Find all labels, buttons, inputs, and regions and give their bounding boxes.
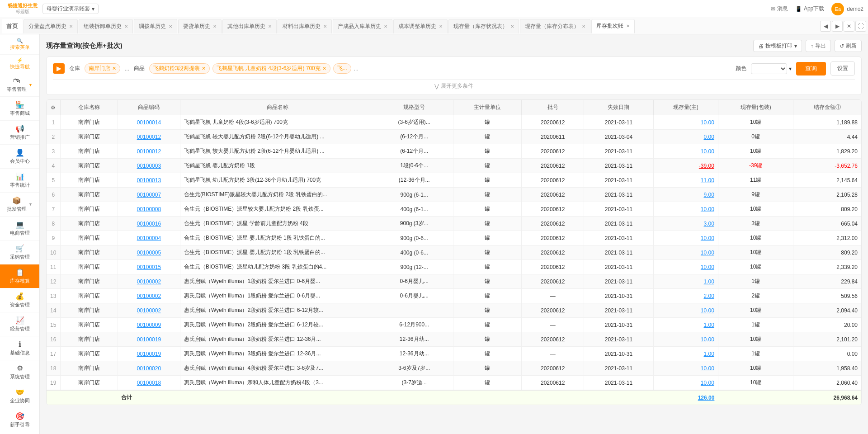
- col-settings[interactable]: ⚙: [47, 100, 60, 115]
- tab-close-icon[interactable]: ✕: [384, 24, 387, 29]
- tab-chanpin-ruku[interactable]: 产成品入库单历史 ✕: [333, 19, 392, 33]
- sidebar-item-marketing[interactable]: 📢 营销推广: [0, 121, 39, 145]
- tab-next-btn[interactable]: ▶: [832, 21, 843, 32]
- row-code[interactable]: 00100007: [118, 188, 180, 202]
- sidebar-item-search[interactable]: 🔍 搜索英单: [0, 34, 39, 55]
- row-code[interactable]: 00100003: [118, 159, 180, 173]
- app-download-btn[interactable]: 📱 App下载: [795, 5, 824, 13]
- tab-chengben[interactable]: 成本调整单历史 ✕: [393, 19, 448, 33]
- tab-close-icon[interactable]: ✕: [268, 24, 272, 29]
- sidebar-item-purchase[interactable]: 🛒 采购管理: [0, 241, 39, 264]
- row-qty-main[interactable]: 9.00: [653, 188, 718, 202]
- tab-kucun-state[interactable]: 现存量（库存状况表） ✕: [448, 19, 519, 33]
- tab-prev-btn[interactable]: ◀: [820, 21, 831, 32]
- row-code[interactable]: 00100019: [118, 332, 180, 347]
- tab-tiao-bo[interactable]: 调拨单历史 ✕: [134, 19, 177, 33]
- row-qty-main[interactable]: 10.00: [653, 332, 718, 347]
- row-code[interactable]: 00100004: [118, 231, 180, 245]
- warehouse-more-icon[interactable]: ...: [125, 66, 129, 72]
- row-qty-main[interactable]: 10.00: [653, 245, 718, 260]
- row-code[interactable]: 00100002: [118, 303, 180, 318]
- sidebar-item-inventory[interactable]: 📋 库存核算: [0, 264, 39, 288]
- tab-cailiao-chuku[interactable]: 材料出库单历史 ✕: [278, 19, 332, 33]
- row-code[interactable]: 00100020: [118, 361, 180, 376]
- row-code[interactable]: 00100012: [118, 144, 180, 159]
- tab-kucun-pici[interactable]: 库存批次账 ✕: [591, 19, 635, 33]
- tab-fen-pan[interactable]: 分量盘点单历史 ✕: [24, 19, 78, 33]
- tab-close-all-btn[interactable]: ✕: [844, 21, 854, 32]
- row-qty-main[interactable]: 11.00: [653, 173, 718, 188]
- sidebar-item-operation[interactable]: 📈 经营管理: [0, 312, 39, 336]
- row-code[interactable]: 00100016: [118, 217, 180, 231]
- sidebar-item-wholesale[interactable]: 📦 批发管理 ▼: [0, 193, 39, 217]
- tab-yao-huo[interactable]: 要货单历史 ✕: [178, 19, 222, 33]
- product-tag-2-close-icon[interactable]: ✕: [322, 66, 326, 71]
- breadcrumb-select[interactable]: 母婴行业演示账套 ▾: [42, 4, 99, 14]
- user-area[interactable]: Ea demo2: [831, 3, 863, 15]
- filter-toggle-button[interactable]: ▶: [53, 63, 65, 74]
- row-qty-main[interactable]: 10.00: [653, 144, 718, 159]
- tab-fullscreen-btn[interactable]: ⛶: [855, 21, 866, 32]
- row-qty-main[interactable]: -39.00: [653, 159, 718, 173]
- row-code[interactable]: 00100014: [118, 115, 180, 130]
- row-qty-main[interactable]: 1.00: [653, 274, 718, 289]
- row-qty-main[interactable]: 10.00: [653, 115, 718, 130]
- sidebar-item-guide[interactable]: 🎯 新手引导: [0, 408, 39, 432]
- tab-close-icon[interactable]: ✕: [582, 24, 585, 29]
- tab-close-icon[interactable]: ✕: [323, 24, 327, 29]
- tab-home[interactable]: 首页: [2, 19, 23, 33]
- tab-zu-chai[interactable]: 组装拆卸单历史 ✕: [79, 19, 133, 33]
- row-qty-main[interactable]: 1.00: [653, 347, 718, 361]
- row-code[interactable]: 00100019: [118, 347, 180, 361]
- row-qty-main[interactable]: 10.00: [653, 303, 718, 318]
- sidebar-item-finance[interactable]: 💰 资金管理: [0, 288, 39, 312]
- tab-close-icon[interactable]: ✕: [69, 24, 73, 29]
- tab-qita-chuku[interactable]: 其他出库单历史 ✕: [222, 19, 277, 33]
- tab-close-icon[interactable]: ✕: [213, 24, 217, 29]
- tab-close-icon[interactable]: ✕: [169, 24, 172, 29]
- tab-kucun-dist[interactable]: 现存量（库存分布表） ✕: [520, 19, 590, 33]
- sidebar-item-retail-stats[interactable]: 📊 零售统计: [0, 169, 39, 193]
- filter-more-btn[interactable]: ⋁ 展开更多条件: [53, 79, 855, 90]
- sidebar-item-apps[interactable]: 📱 应用中心: [0, 432, 39, 434]
- print-button[interactable]: 🖨 按模板打印 ▾: [753, 40, 802, 52]
- row-qty-main[interactable]: 2.00: [653, 289, 718, 303]
- product-tag-1-close-icon[interactable]: ✕: [202, 66, 206, 71]
- tab-close-icon[interactable]: ✕: [439, 24, 443, 29]
- setting-button[interactable]: 设置: [830, 61, 855, 75]
- refresh-button[interactable]: ↺ 刷新: [835, 40, 862, 52]
- sidebar-item-company[interactable]: 🤝 企业协同: [0, 384, 39, 408]
- row-qty-main[interactable]: 10.00: [653, 202, 718, 217]
- product-more-icon[interactable]: ...: [354, 66, 359, 72]
- row-qty-main[interactable]: 10.00: [653, 231, 718, 245]
- sidebar-item-retail-mall[interactable]: 🏪 零售商城: [0, 97, 39, 121]
- sidebar-item-member[interactable]: 👤 会员中心: [0, 145, 39, 169]
- message-btn[interactable]: ✉ 消息: [771, 5, 788, 13]
- query-button[interactable]: 查询: [796, 62, 826, 75]
- sidebar-item-system[interactable]: ⚙ 系统管理: [0, 360, 39, 384]
- row-qty-main[interactable]: 10.00: [653, 376, 718, 391]
- row-code[interactable]: 00100015: [118, 260, 180, 274]
- warehouse-tag-close-icon[interactable]: ✕: [112, 66, 116, 71]
- row-qty-main[interactable]: 0.00: [653, 130, 718, 144]
- row-qty-main[interactable]: 1.00: [653, 318, 718, 332]
- sidebar-item-retail-mgmt[interactable]: 🛍 零售管理 ▼: [0, 73, 39, 97]
- tab-close-icon[interactable]: ✕: [124, 24, 128, 29]
- row-code[interactable]: 00100013: [118, 173, 180, 188]
- row-code[interactable]: 00100002: [118, 289, 180, 303]
- sidebar-item-basic[interactable]: ℹ 基础信息: [0, 336, 39, 360]
- row-code[interactable]: 00100005: [118, 245, 180, 260]
- row-qty-main[interactable]: 3.00: [653, 217, 718, 231]
- sidebar-item-nav[interactable]: ⚡ 快捷导航: [0, 55, 39, 73]
- row-code[interactable]: 00100012: [118, 130, 180, 144]
- tab-close-icon[interactable]: ✕: [510, 24, 514, 29]
- row-code[interactable]: 00100018: [118, 376, 180, 391]
- export-button[interactable]: ↑ 导出: [806, 40, 831, 52]
- color-select[interactable]: [751, 63, 787, 74]
- row-code[interactable]: 00100002: [118, 274, 180, 289]
- sidebar-item-ecommerce[interactable]: 💻 电商管理: [0, 217, 39, 241]
- row-code[interactable]: 00100009: [118, 318, 180, 332]
- row-code[interactable]: 00100008: [118, 202, 180, 217]
- row-qty-main[interactable]: 10.00: [653, 361, 718, 376]
- tab-close-icon[interactable]: ✕: [626, 24, 630, 28]
